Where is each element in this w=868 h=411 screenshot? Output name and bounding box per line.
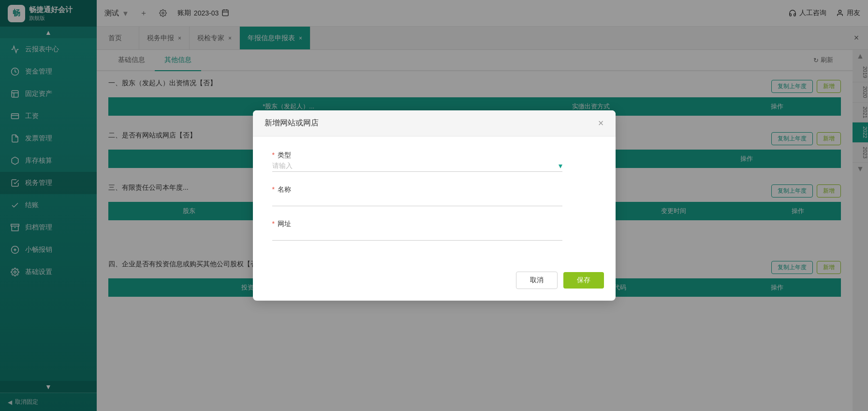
modal-footer: 取消 保存: [253, 264, 616, 301]
url-label: 网址: [278, 220, 307, 228]
form-row-type: * 类型 ▾: [272, 151, 596, 172]
modal-dialog: 新增网站或网店 × * 类型 ▾ * 名称: [253, 110, 616, 301]
modal-body: * 类型 ▾ * 名称 * 网址: [253, 137, 616, 264]
form-row-url: * 网址: [272, 220, 596, 241]
modal-title: 新增网站或网店: [265, 118, 319, 128]
modal-overlay: 新增网站或网店 × * 类型 ▾ * 名称: [0, 0, 868, 411]
type-label: 类型: [278, 151, 307, 160]
url-input[interactable]: [272, 228, 562, 241]
url-input-wrap: [272, 228, 562, 241]
cancel-button[interactable]: 取消: [516, 272, 558, 289]
name-required-mark: *: [272, 185, 275, 193]
type-required-mark: *: [272, 151, 275, 159]
name-input[interactable]: [272, 194, 562, 206]
form-row-name: * 名称: [272, 185, 596, 206]
type-input[interactable]: [272, 160, 562, 172]
type-input-wrap: ▾: [272, 160, 562, 172]
modal-close-btn[interactable]: ×: [598, 118, 604, 128]
type-dropdown-icon[interactable]: ▾: [559, 161, 562, 170]
save-button[interactable]: 保存: [563, 272, 604, 289]
name-input-wrap: [272, 194, 562, 206]
modal-header: 新增网站或网店 ×: [253, 110, 616, 137]
url-required-mark: *: [272, 220, 275, 228]
name-label: 名称: [278, 185, 307, 194]
